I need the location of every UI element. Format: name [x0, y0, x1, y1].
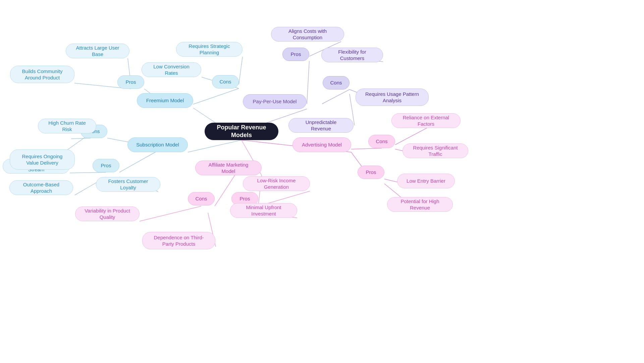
svg-line-2: [241, 140, 262, 175]
svg-line-9: [239, 57, 243, 84]
svg-line-5: [144, 89, 165, 104]
svg-line-13: [70, 172, 106, 173]
svg-line-6: [193, 88, 239, 104]
svg-line-11: [119, 151, 158, 172]
svg-line-10: [202, 77, 239, 88]
svg-line-18: [71, 138, 91, 139]
svg-line-35: [384, 179, 421, 188]
svg-line-31: [351, 148, 382, 149]
svg-line-8: [74, 83, 131, 89]
svg-line-1: [188, 140, 241, 152]
svg-line-20: [258, 175, 262, 206]
svg-line-23: [258, 191, 310, 206]
svg-line-32: [351, 152, 371, 179]
svg-line-28: [323, 56, 383, 62]
svg-line-24: [258, 213, 297, 218]
svg-line-33: [395, 127, 428, 145]
svg-line-26: [322, 89, 350, 104]
svg-line-12: [107, 138, 158, 147]
svg-line-27: [309, 42, 341, 56]
svg-line-17: [47, 136, 87, 164]
svg-line-25: [307, 61, 309, 104]
svg-line-14: [75, 177, 106, 195]
svg-line-0: [193, 108, 241, 140]
svg-line-15: [119, 177, 158, 192]
svg-line-36: [384, 184, 418, 211]
svg-line-4: [241, 140, 351, 152]
svg-line-21: [140, 206, 201, 221]
svg-line-30: [350, 94, 355, 125]
svg-line-29: [350, 89, 389, 105]
svg-line-19: [215, 175, 235, 206]
svg-line-34: [395, 149, 435, 158]
svg-line-16: [94, 133, 96, 136]
svg-line-22: [208, 213, 216, 247]
svg-line-7: [128, 58, 131, 84]
svg-line-3: [241, 109, 307, 131]
